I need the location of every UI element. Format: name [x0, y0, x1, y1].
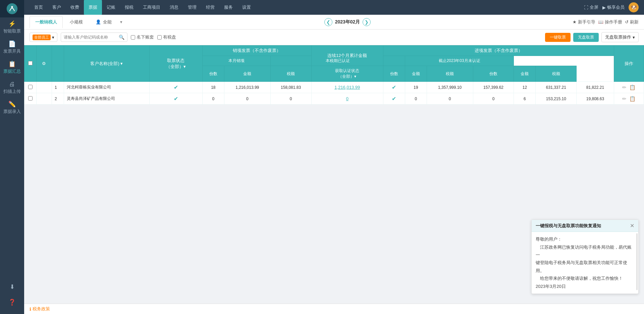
th-sales-count: 份数 — [202, 66, 224, 82]
row-num: 2 — [52, 93, 64, 105]
tab-all[interactable]: 👤 全能 — [90, 16, 117, 28]
tab-bar: 一般纳税人 小规模 👤 全能 ▾ ❮ 2023年02月 ❯ ★ 新手引导 📖 操… — [24, 15, 644, 29]
row-checkbox-cell — [24, 93, 37, 105]
refresh-link[interactable]: ↺ 刷新 — [625, 19, 639, 25]
document-icon: 📄 — [8, 41, 16, 47]
sidebar-item-invoice-summary[interactable]: 📋 票据汇总 — [0, 58, 24, 78]
row-uncert-count: 6 — [514, 93, 536, 105]
avatar[interactable]: 🐶 — [629, 2, 639, 12]
nav-management[interactable]: 管理 — [183, 0, 201, 15]
row-edit-icon[interactable]: ✏ — [622, 96, 627, 102]
tab-small[interactable]: 小规模 — [64, 16, 89, 28]
search-input[interactable] — [64, 35, 117, 40]
invoice-table: ⚙ 客户名称(全部) ▾ 取票状态（全部）▾ 销项发票（不含作废票） 连续12个… — [24, 45, 644, 105]
date-next-button[interactable]: ❯ — [363, 18, 371, 26]
sidebar-item-help[interactable]: ❓ — [0, 296, 24, 309]
tax-disk-checkbox[interactable] — [157, 35, 162, 40]
row-sales-amount: 0 — [224, 93, 270, 105]
book-icon: 📖 — [598, 19, 603, 24]
nav-tax[interactable]: 报税 — [120, 0, 138, 15]
nav-service[interactable]: 服务 — [219, 0, 237, 15]
under-name-checkbox[interactable] — [131, 35, 135, 40]
sidebar-item-scan-upload[interactable]: 🖨 扫描上传 — [0, 78, 24, 98]
row-config-cell — [37, 93, 52, 105]
notification-scrollbar[interactable] — [636, 233, 638, 290]
notification-line-2: 键登陆电子税务局与无盘取票相关功能可正常使 — [536, 259, 634, 266]
sidebar-item-smart-fetch[interactable]: ⚡ 智能取票 — [0, 17, 24, 38]
nav-operation[interactable]: 经营 — [201, 0, 219, 15]
new-guide-link[interactable]: ★ 新手引导 — [573, 19, 595, 25]
date-nav: ❮ 2023年02月 ❯ — [324, 18, 371, 26]
manual-link[interactable]: 📖 操作手册 — [598, 19, 622, 25]
help-icon: ❓ — [8, 299, 16, 305]
fullscreen-button[interactable]: ⛶ 全屏 — [584, 4, 598, 10]
notification-line-4: 给您带来的不便敬请谅解，祝您工作愉快！ — [536, 274, 634, 282]
row-checkbox[interactable] — [28, 96, 33, 101]
play-icon: ▶ — [602, 5, 606, 10]
th-cert-status: 获取认证状态（全部）▾ — [311, 66, 383, 82]
row-cert-count: 19 — [405, 82, 427, 93]
employee-tag: 全部员工 — [33, 35, 51, 40]
refresh-icon: ↺ — [625, 19, 629, 24]
search-wrap: 🔍 — [61, 33, 127, 42]
tab-general[interactable]: 一般纳税人 — [30, 16, 63, 28]
nav-business[interactable]: 工商项目 — [138, 0, 165, 15]
row-fetch-status: ✔ — [149, 93, 202, 105]
notification-popup: 一键报税与无盘取票功能恢复通知 ✕ 尊敬的用户： 江苏政务网已恢复访问电子税务局… — [531, 219, 639, 294]
tab-more-icon[interactable]: ▾ — [120, 19, 122, 24]
top-actions: ★ 新手引导 📖 操作手册 ↺ 刷新 — [573, 19, 639, 25]
th-monthly-sales: 本月销项 — [202, 56, 270, 66]
printer-icon: 🖨 — [9, 81, 15, 87]
row-detail-icon[interactable]: 📋 — [629, 96, 636, 102]
row-sales-count: 0 — [202, 93, 224, 105]
nav-bookkeeping[interactable]: 记账 — [102, 0, 120, 15]
th-customer: 客户名称(全部) ▾ — [64, 46, 149, 82]
lightning-icon: ⚡ — [8, 21, 16, 27]
row-edit-icon[interactable]: ✏ — [622, 84, 627, 90]
th-operation: 操作 — [614, 46, 644, 82]
operations-button[interactable]: 无盘取票操作 ▾ — [601, 32, 639, 42]
row-uncert-amount: 631,337.21 — [536, 82, 577, 93]
one-click-fetch-button[interactable]: 一键取票 — [545, 33, 571, 42]
row-checkbox-cell — [24, 82, 37, 93]
nav-settings[interactable]: 设置 — [237, 0, 256, 15]
select-all-checkbox[interactable] — [28, 61, 33, 65]
bottom-bar: ℹ 税务政策 — [24, 304, 644, 314]
vip-button[interactable]: ▶ 畅享会员 — [602, 4, 625, 10]
pencil-icon: ✏️ — [8, 101, 16, 107]
notification-close-button[interactable]: ✕ — [630, 223, 634, 229]
row-sales-tax: 0 — [270, 93, 311, 105]
search-icon[interactable]: 🔍 — [119, 35, 124, 40]
notification-header: 一键报税与无盘取票功能恢复通知 ✕ — [532, 220, 638, 232]
clipboard-icon: 📋 — [8, 61, 16, 67]
nav-home[interactable]: 首页 — [30, 0, 48, 15]
row-checkbox[interactable] — [28, 85, 33, 89]
th-uncert-amount: 金额 — [514, 66, 536, 82]
row-cert-amount: 0 — [427, 93, 473, 105]
no-disk-fetch-button[interactable]: 无盘取票 — [573, 33, 599, 42]
topbar-right: ⛶ 全屏 ▶ 畅享会员 🐶 — [584, 2, 639, 12]
download-icon: ⬇ — [10, 284, 15, 290]
notification-line-1: 江苏政务网已恢复访问电子税务局功能，易代账一 — [536, 243, 634, 259]
tax-policy-link[interactable]: ℹ 税务政策 — [30, 306, 50, 312]
nav-billing[interactable]: 收费 — [66, 0, 84, 15]
sidebar-item-issue-invoice[interactable]: 📄 发票开具 — [0, 38, 24, 58]
th-cert-amount: 金额 — [405, 66, 427, 82]
th-sales-tax: 税额 — [270, 66, 311, 82]
th-uncert-tax: 税额 — [536, 66, 577, 82]
nav-invoice[interactable]: 票据 — [84, 0, 102, 15]
table-row: 1 河北柯蓉栋实业有限公司 ✔ 18 1,216,013.99 158,081.… — [24, 82, 644, 93]
under-name-checkbox-label[interactable]: 名下账套 — [131, 34, 154, 40]
row-customer: 河北柯蓉栋实业有限公司 — [64, 82, 149, 93]
svg-point-1 — [11, 6, 13, 8]
tax-disk-checkbox-label[interactable]: 有税盘 — [157, 34, 176, 40]
nav-message[interactable]: 消息 — [165, 0, 183, 15]
topbar-nav: 首页 客户 收费 票据 记账 报税 工商项目 消息 管理 经营 服务 设置 — [30, 0, 584, 15]
date-prev-button[interactable]: ❮ — [324, 18, 332, 26]
employee-select[interactable]: 全部员工 ▾ — [30, 33, 57, 42]
nav-customer[interactable]: 客户 — [48, 0, 66, 15]
sidebar-item-download[interactable]: ⬇ — [0, 280, 24, 293]
sidebar-item-data-entry[interactable]: ✏️ 票据录入 — [0, 98, 24, 118]
row-detail-icon[interactable]: 📋 — [629, 84, 636, 90]
th-sales-amount: 金额 — [224, 66, 270, 82]
